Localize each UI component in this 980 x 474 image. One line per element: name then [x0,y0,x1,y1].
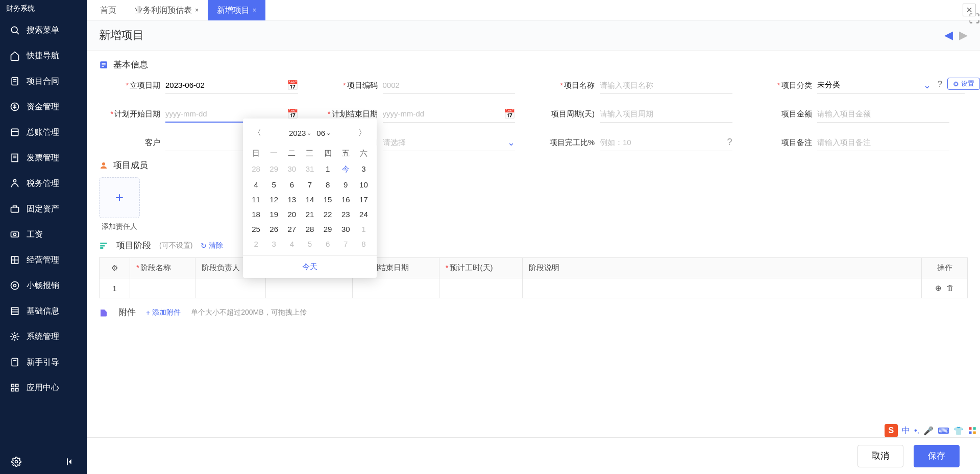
prev-record-icon[interactable]: ◀ [944,29,953,42]
progress-field[interactable] [600,134,732,151]
sidebar-item-12[interactable]: 系统管理 [0,324,87,349]
amount-field[interactable] [817,105,950,123]
sidebar-item-3[interactable]: 资金管理 [0,94,87,120]
dept-select[interactable] [383,134,516,151]
dp-day[interactable]: 12 [265,192,283,207]
table-row[interactable]: 1⊕ 🗑 [100,278,968,298]
sogou-icon[interactable]: S [885,424,898,437]
mic-icon[interactable]: 🎤 [923,426,934,436]
dp-day[interactable]: 14 [301,192,318,207]
dp-day[interactable]: 29 [265,161,283,177]
estab-date-field[interactable] [165,77,298,94]
next-record-icon[interactable]: ▶ [959,29,968,42]
calendar-icon[interactable]: 📅 [287,80,298,91]
proj-class-select[interactable] [817,77,965,94]
dp-day[interactable]: 5 [265,177,283,192]
dp-day[interactable]: 今 [337,161,355,177]
dp-day[interactable]: 15 [319,192,337,207]
classify-setting-button[interactable]: ⚙设置 [947,78,980,90]
dp-day[interactable]: 30 [283,161,301,177]
dp-day[interactable]: 27 [283,222,301,236]
help-icon[interactable]: ? [727,137,732,148]
sidebar-item-14[interactable]: 应用中心 [0,375,87,400]
help-icon[interactable]: ? [938,80,942,89]
dp-day[interactable]: 26 [265,222,283,236]
sidebar-item-10[interactable]: 小畅报销 [0,273,87,298]
prev-month-icon[interactable]: 〈 [251,126,263,140]
sidebar-item-13[interactable]: 新手引导 [0,349,87,375]
fullscreen-icon[interactable]: ⛶ [969,12,980,26]
dp-day[interactable]: 7 [337,236,355,251]
dp-day[interactable]: 5 [301,236,318,251]
dp-day[interactable]: 11 [247,192,265,207]
dp-day[interactable]: 19 [265,207,283,222]
close-icon[interactable]: × [195,0,199,20]
datepicker-today-button[interactable]: 今天 [243,255,377,278]
duration-field[interactable] [600,105,732,123]
proj-name-field[interactable] [600,77,732,94]
collapse-icon[interactable] [65,457,76,467]
dp-day[interactable]: 3 [265,236,283,251]
chevron-down-icon[interactable]: ⌄ [507,137,515,148]
proj-code-field[interactable] [383,77,516,94]
grid-icon[interactable] [968,426,977,435]
sidebar-item-9[interactable]: 经营管理 [0,247,87,273]
tab-1[interactable]: 业务利润预估表× [126,0,208,20]
sidebar-item-7[interactable]: 固定资产 [0,196,87,222]
gear-icon[interactable] [11,457,21,467]
calendar-icon[interactable]: 📅 [287,108,298,120]
skin-icon[interactable]: 👕 [953,426,964,436]
year-select[interactable]: 2023⌄ [289,129,311,137]
dp-day[interactable]: 7 [301,177,318,192]
dp-day[interactable]: 2 [247,236,265,251]
plan-end-field[interactable] [383,105,516,123]
tab-0[interactable]: 首页 [91,0,126,20]
dp-day[interactable]: 22 [319,207,337,222]
dp-day[interactable]: 16 [337,192,355,207]
dp-day[interactable]: 8 [355,236,373,251]
close-icon[interactable]: × [253,0,256,20]
tab-2[interactable]: 新增项目× [208,0,265,20]
dp-day[interactable]: 1 [355,222,373,236]
dp-day[interactable]: 28 [247,161,265,177]
sidebar-item-0[interactable]: 搜索菜单 [0,17,87,43]
sidebar-item-11[interactable]: 基础信息 [0,298,87,324]
dp-day[interactable]: 6 [319,236,337,251]
dp-day[interactable]: 9 [337,177,355,192]
delete-row-icon[interactable]: 🗑 [946,283,954,292]
dp-day[interactable]: 24 [355,207,373,222]
dp-day[interactable]: 13 [283,192,301,207]
sidebar-item-4[interactable]: 总账管理 [0,120,87,145]
dp-day[interactable]: 31 [301,161,318,177]
sidebar-item-2[interactable]: 项目合同 [0,68,87,94]
dp-day[interactable]: 23 [337,207,355,222]
add-attachment-link[interactable]: + 添加附件 [146,308,181,317]
dp-day[interactable]: 10 [355,177,373,192]
chevron-down-icon[interactable]: ⌄ [923,80,931,91]
add-row-icon[interactable]: ⊕ [935,283,942,292]
dp-day[interactable]: 6 [283,177,301,192]
cancel-button[interactable]: 取消 [857,445,903,467]
dp-day[interactable]: 8 [319,177,337,192]
save-button[interactable]: 保存 [914,445,960,467]
dp-day[interactable]: 20 [283,207,301,222]
dp-day[interactable]: 25 [247,222,265,236]
dp-day[interactable]: 18 [247,207,265,222]
dp-day[interactable]: 17 [355,192,373,207]
dp-day[interactable]: 4 [247,177,265,192]
keyboard-icon[interactable]: ⌨ [938,426,949,436]
ime-lang[interactable]: 中 [902,425,910,436]
dp-day[interactable]: 30 [337,222,355,236]
sidebar-item-5[interactable]: 发票管理 [0,145,87,171]
dp-day[interactable]: 28 [301,222,318,236]
calendar-icon[interactable]: 📅 [504,108,515,120]
sidebar-item-8[interactable]: 工资 [0,222,87,247]
clear-phases-link[interactable]: ↻清除 [201,241,223,250]
dp-day[interactable]: 1 [319,161,337,177]
dp-day[interactable]: 4 [283,236,301,251]
next-month-icon[interactable]: 〉 [356,126,369,140]
ime-punct-icon[interactable]: •, [914,426,919,435]
month-select[interactable]: 06⌄ [316,129,331,137]
content-scroll[interactable]: 基本信息 *立项日期 📅 *项目编码 *项目名称 *项目分类 ⌄ ? ⚙设置 *… [87,51,980,474]
gear-icon[interactable]: ⚙ [111,264,118,272]
